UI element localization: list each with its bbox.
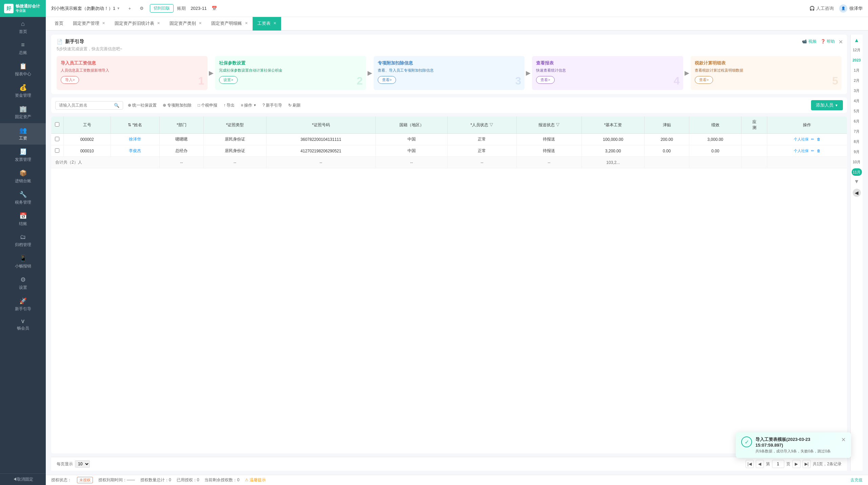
month-item-6[interactable]: 6月 — [852, 117, 862, 125]
edit-icon[interactable]: ✏ — [811, 149, 814, 153]
tab-home[interactable]: 首页 — [50, 17, 68, 31]
cell-id-num: 412702198206290521 — [266, 145, 375, 157]
sidebar-item-expense[interactable]: 📱 小畅报销 — [0, 251, 46, 273]
next-page-btn[interactable]: ▶ — [792, 460, 801, 468]
refresh-btn[interactable]: ↻ 刷新 — [286, 101, 303, 110]
tab-payroll[interactable]: 工资表 ✕ — [253, 17, 281, 31]
cell-name[interactable]: 李俊杰 — [111, 145, 159, 157]
tab-close-icon[interactable]: ✕ — [273, 21, 276, 25]
col-report-status[interactable]: 报送状态 ▽ — [516, 116, 582, 134]
search-icon[interactable]: 🔍 — [114, 103, 119, 108]
guide-close-btn[interactable]: ✕ — [839, 39, 843, 45]
add-account-btn[interactable]: ＋ — [125, 4, 134, 13]
sidebar-item-ledger[interactable]: ≡ 总账 — [0, 38, 46, 59]
down-arrow-btn[interactable]: ▼ — [854, 179, 860, 185]
special-deduction-icon: ⊕ — [163, 103, 166, 108]
toolbar-actions: ⊕ 统一社保设置 ⊕ 专项附加扣除 □ 个税申报 ↑ 导出 — [126, 101, 303, 110]
period-value: 2023-11 — [191, 6, 207, 11]
tab-asset-detail[interactable]: 固定资产明细账 ✕ — [206, 17, 253, 31]
month-item-8[interactable]: 8月 — [852, 138, 862, 145]
sidebar-item-guide[interactable]: 🚀 新手引导 — [0, 294, 46, 315]
col-name[interactable]: ⇅ *姓名 — [111, 116, 159, 134]
month-item-2[interactable]: 2月 — [852, 77, 862, 84]
month-item-4[interactable]: 4月 — [852, 97, 862, 105]
logo-icon: 好 — [4, 4, 14, 13]
sidebar-item-archive[interactable]: 🗂 归档管理 — [0, 230, 46, 251]
guide-step-2-btn[interactable]: 设置> — [219, 76, 237, 84]
notif-close-btn[interactable]: ✕ — [841, 436, 846, 443]
month-item-9[interactable]: 9月 — [852, 148, 862, 155]
tab-fixed-assets[interactable]: 固定资产管理 ✕ — [68, 17, 110, 31]
panel-collapse-btn[interactable]: ◀ — [853, 189, 861, 197]
sidebar-item-reports[interactable]: 📋 报表中心 — [0, 59, 46, 80]
calendar-icon[interactable]: 📅 — [212, 6, 217, 11]
month-item-10[interactable]: 10月 — [852, 158, 862, 166]
settings-btn[interactable]: ⚙ — [137, 4, 146, 13]
version-btn[interactable]: 切到旧版 — [150, 4, 174, 13]
tab-depreciation[interactable]: 固定资产折旧统计表 ✕ — [110, 17, 165, 31]
month-item-5[interactable]: 5月 — [852, 107, 862, 115]
ai-consult-btn[interactable]: 🎧 人工咨询 — [809, 5, 834, 12]
sidebar-item-invoice[interactable]: 🧾 发票管理 — [0, 145, 46, 166]
video-link[interactable]: 📹 视频 — [802, 39, 816, 44]
tax-report-btn[interactable]: □ 个税申报 — [196, 101, 219, 110]
edit-icon[interactable]: ✏ — [811, 137, 814, 141]
delete-icon[interactable]: 🗑 — [817, 149, 821, 153]
row-checkbox-cell[interactable] — [51, 145, 63, 157]
tab-close-icon[interactable]: ✕ — [199, 21, 202, 25]
last-page-btn[interactable]: ▶| — [803, 460, 811, 468]
sidebar-item-payroll[interactable]: 👥 工资 — [0, 123, 46, 145]
tab-close-icon[interactable]: ✕ — [157, 21, 160, 25]
social-insurance-btn[interactable]: ⊕ 统一社保设置 — [126, 101, 159, 110]
archive-icon: 🗂 — [20, 234, 26, 241]
page-input[interactable] — [772, 460, 784, 468]
tab-asset-category[interactable]: 固定资产类别 ✕ — [165, 17, 206, 31]
sidebar-item-close[interactable]: 📅 结账 — [0, 209, 46, 230]
row-checkbox[interactable] — [55, 137, 59, 141]
col-status[interactable]: *人员状态 ▽ — [448, 116, 516, 134]
cell-basic-salary: 100,000.00 — [582, 134, 645, 145]
first-page-btn[interactable]: |◀ — [746, 460, 754, 468]
per-page-label: 每页显示 — [57, 461, 73, 467]
search-input[interactable] — [59, 103, 112, 108]
sidebar-item-settings[interactable]: ⚙ 设置 — [0, 273, 46, 294]
guide-step-5-btn[interactable]: 查看> — [695, 76, 713, 84]
sidebar-item-funds[interactable]: 💰 资金管理 — [0, 80, 46, 102]
select-all-checkbox[interactable] — [55, 122, 59, 127]
account-selector[interactable]: 刘小艳演示账套（勿删勿动！）1 ▼ — [51, 5, 120, 12]
delete-icon[interactable]: 🗑 — [817, 137, 821, 141]
user-info[interactable]: 👤 徐泽华 — [839, 4, 863, 13]
tab-close-icon[interactable]: ✕ — [245, 21, 248, 25]
month-item-1[interactable]: 1月 — [852, 67, 862, 74]
social-insurance-link[interactable]: 个人社保 — [794, 137, 809, 141]
month-item-7[interactable]: 7月 — [852, 128, 862, 135]
up-arrow-btn[interactable]: ▲ — [854, 37, 860, 43]
guide-step-3-btn[interactable]: 查看> — [378, 76, 396, 84]
cell-name[interactable]: 徐泽华 — [111, 134, 159, 145]
sidebar-item-member[interactable]: V 畅会员 — [0, 315, 46, 335]
sidebar-item-inventory[interactable]: 📦 进销台账 — [0, 166, 46, 187]
guide-step-1-btn[interactable]: 导入> — [61, 76, 79, 84]
tab-close-icon[interactable]: ✕ — [102, 21, 105, 25]
row-checkbox[interactable] — [55, 148, 59, 153]
sidebar-item-tax[interactable]: 🔧 税务管理 — [0, 187, 46, 209]
prev-page-btn[interactable]: ◀ — [756, 460, 764, 468]
month-item-3[interactable]: 3月 — [852, 87, 862, 94]
guide-step-4-btn[interactable]: 查看> — [536, 76, 554, 84]
row-checkbox-cell[interactable] — [51, 134, 63, 145]
unpin-sidebar-btn[interactable]: ◀取消固定 — [0, 473, 46, 485]
special-deduction-btn[interactable]: ⊕ 专项附加扣除 — [161, 101, 194, 110]
sidebar-item-assets[interactable]: 🏢 固定资产 — [0, 102, 46, 123]
sidebar-item-home[interactable]: ⌂ 首页 — [0, 17, 46, 38]
social-insurance-link[interactable]: 个人社保 — [794, 149, 809, 153]
export-btn[interactable]: ↑ 导出 — [221, 101, 237, 110]
select-all-header[interactable] — [51, 116, 63, 134]
go-authorize-btn[interactable]: 去充值 — [850, 477, 863, 483]
month-item-11[interactable]: 11月 — [852, 168, 862, 176]
add-person-btn[interactable]: 添加人员 ▼ — [811, 100, 843, 110]
per-page-select[interactable]: 10 20 50 — [75, 460, 90, 468]
month-item-12[interactable]: 12月 — [852, 46, 862, 54]
help-link[interactable]: ❓ 帮助 — [821, 39, 835, 44]
operations-btn[interactable]: ≡ 操作 ▼ — [239, 101, 258, 110]
newbie-guide-btn[interactable]: ? 新手引导 — [260, 101, 284, 110]
